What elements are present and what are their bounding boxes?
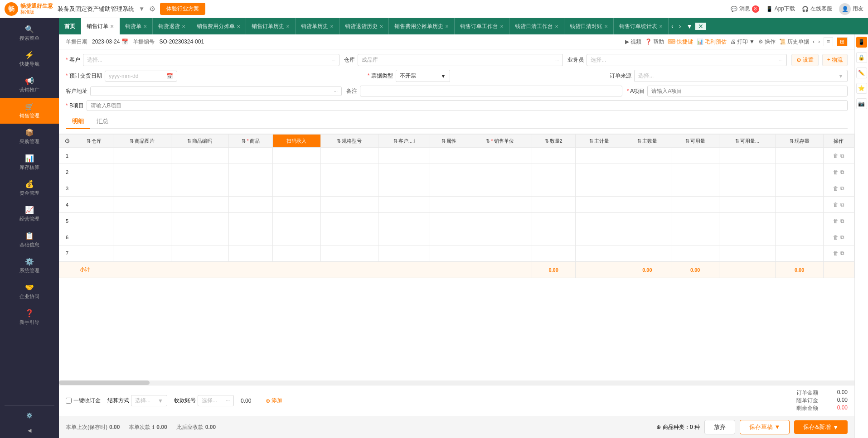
tab-close-icon[interactable]: ✕ <box>110 24 114 29</box>
tab-close-icon-6[interactable]: ✕ <box>330 24 334 29</box>
td-code-6[interactable] <box>171 229 229 245</box>
td-product-6[interactable] <box>229 229 272 245</box>
tab-more-btn[interactable]: ▼ <box>684 23 695 30</box>
copy-icon-3[interactable]: ⧉ <box>840 185 844 192</box>
tab-prev-btn[interactable]: ‹ <box>669 23 676 30</box>
td-img-7[interactable] <box>113 245 171 262</box>
td-attr-4[interactable] <box>430 197 468 213</box>
sidebar-item-search[interactable]: 🔍 搜索菜单 <box>0 20 59 46</box>
sidebar-item-marketing[interactable]: 📢 营销推广 <box>0 72 59 98</box>
td-unit-4[interactable] <box>468 197 532 213</box>
copy-icon-1[interactable]: ⧉ <box>840 153 844 159</box>
dropdown-arrow-btn[interactable]: ▼ <box>139 5 145 12</box>
td-stock-2[interactable] <box>776 164 824 180</box>
td-mainunit-4[interactable] <box>575 197 623 213</box>
td-code-2[interactable] <box>171 164 229 180</box>
td-stock-7[interactable] <box>776 245 824 262</box>
td-unit-2[interactable] <box>468 164 532 180</box>
tab-close-icon-9[interactable]: ✕ <box>500 24 504 29</box>
td-customer-4[interactable] <box>378 197 430 213</box>
td-available-3[interactable] <box>671 180 719 197</box>
td-available2-7[interactable] <box>719 245 776 262</box>
td-mainunit-6[interactable] <box>575 229 623 245</box>
tab-fee-history[interactable]: 销售费用分摊单历史 ✕ <box>389 18 455 34</box>
tab-close-icon-3[interactable]: ✕ <box>182 24 185 29</box>
subtab-summary[interactable]: 汇总 <box>90 115 115 129</box>
td-available-4[interactable] <box>671 197 719 213</box>
td-qty2-3[interactable] <box>532 180 575 197</box>
delete-icon-3[interactable]: 🗑 <box>833 185 839 192</box>
td-available-6[interactable] <box>671 229 719 245</box>
history-btn[interactable]: 📜 历史单据 <box>779 38 809 46</box>
settings-btn[interactable]: ⚙ 设置 <box>791 54 819 66</box>
td-qty2-6[interactable] <box>532 229 575 245</box>
td-scan-4[interactable] <box>272 197 320 213</box>
tab-order-history[interactable]: 销售订单历史 ✕ <box>246 18 296 34</box>
right-panel-camera-icon[interactable]: 📷 <box>856 98 867 109</box>
td-img-4[interactable] <box>113 197 171 213</box>
subtab-detail[interactable]: 明细 <box>66 115 90 129</box>
td-spec-7[interactable] <box>320 245 378 262</box>
tab-receipt-history[interactable]: 销货单历史 ✕ <box>296 18 339 34</box>
td-available2-3[interactable] <box>719 180 776 197</box>
sidebar-item-purchase[interactable]: 📦 采购管理 <box>0 124 59 149</box>
td-spec-2[interactable] <box>320 164 378 180</box>
td-customer-2[interactable] <box>378 164 430 180</box>
td-spec-4[interactable] <box>320 197 378 213</box>
tab-stats[interactable]: 销售订单统计表 ✕ <box>614 18 669 34</box>
invoice-type-select[interactable]: 不开票 ▼ <box>396 70 450 82</box>
th-gear[interactable]: ⚙ <box>59 135 75 148</box>
tab-order-workbench[interactable]: 销售订单工作台 ✕ <box>455 18 509 34</box>
shortcut-btn[interactable]: ⌨ 快捷键 <box>668 38 693 46</box>
td-stock-3[interactable] <box>776 180 824 197</box>
td-customer-3[interactable] <box>378 180 430 197</box>
td-warehouse-5[interactable] <box>75 213 113 229</box>
warehouse-input[interactable]: 成品库 ··· <box>358 54 563 66</box>
td-product-5[interactable] <box>229 213 272 229</box>
td-warehouse-1[interactable] <box>75 148 113 164</box>
view-btn[interactable]: ▶ 视频 <box>625 38 641 46</box>
td-attr-6[interactable] <box>430 229 468 245</box>
sidebar-item-finance[interactable]: 💰 资金管理 <box>0 175 59 201</box>
td-mainunit-1[interactable] <box>575 148 623 164</box>
td-warehouse-7[interactable] <box>75 245 113 262</box>
td-available2-2[interactable] <box>719 164 776 180</box>
th-scan[interactable]: 扫码录入 <box>272 135 320 148</box>
copy-icon-5[interactable]: ⧉ <box>840 218 844 224</box>
delivery-date-input[interactable]: yyyy-mm-dd 📅 <box>105 71 177 82</box>
copy-icon-2[interactable]: ⧉ <box>840 169 844 175</box>
sidebar-item-basic-info[interactable]: 📋 基础信息 <box>0 227 59 253</box>
sidebar-item-sales[interactable]: 🛒 销售管理 <box>0 98 59 124</box>
tab-close-icon-8[interactable]: ✕ <box>445 24 449 29</box>
td-product-7[interactable] <box>229 245 272 262</box>
td-spec-6[interactable] <box>320 229 378 245</box>
td-mainqty-6[interactable] <box>623 229 671 245</box>
account-select[interactable]: 选择... ··· <box>198 395 234 406</box>
td-qty2-1[interactable] <box>532 148 575 164</box>
td-product-2[interactable] <box>229 164 272 180</box>
td-img-1[interactable] <box>113 148 171 164</box>
td-stock-6[interactable] <box>776 229 824 245</box>
b-project-input[interactable] <box>87 100 848 111</box>
td-mainqty-2[interactable] <box>623 164 671 180</box>
delete-icon-7[interactable]: 🗑 <box>833 250 839 256</box>
td-available2-5[interactable] <box>719 213 776 229</box>
copy-icon-6[interactable]: ⧉ <box>840 234 844 241</box>
layout-list-btn[interactable]: ≡ <box>824 37 833 46</box>
td-stock-4[interactable] <box>776 197 824 213</box>
td-customer-6[interactable] <box>378 229 430 245</box>
td-spec-5[interactable] <box>320 213 378 229</box>
save-new-btn[interactable]: 保存&新增 ▼ <box>794 420 848 434</box>
td-unit-7[interactable] <box>468 245 532 262</box>
tab-close-all-btn[interactable]: ✕ <box>695 23 706 30</box>
td-scan-7[interactable] <box>272 245 320 262</box>
td-available2-6[interactable] <box>719 229 776 245</box>
sidebar-item-system[interactable]: ⚙️ 系统管理 <box>0 253 59 279</box>
tab-close-icon-4[interactable]: ✕ <box>237 24 240 29</box>
td-spec-1[interactable] <box>320 148 378 164</box>
sidebar-settings-btn[interactable]: ⚙️ <box>0 408 59 423</box>
tab-close-icon-10[interactable]: ✕ <box>555 24 558 29</box>
tab-close-icon-2[interactable]: ✕ <box>143 24 147 29</box>
td-attr-3[interactable] <box>430 180 468 197</box>
td-code-1[interactable] <box>171 148 229 164</box>
